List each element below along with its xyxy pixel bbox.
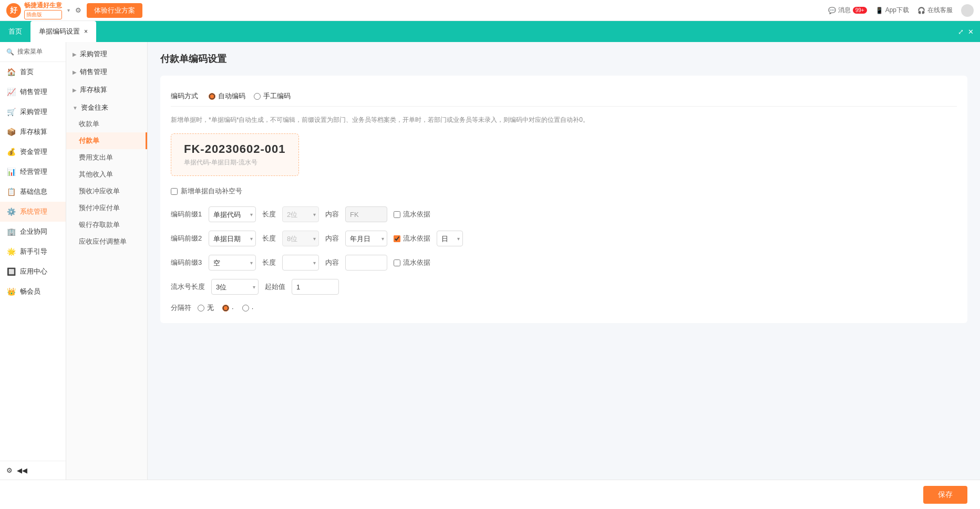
- content3-input[interactable]: [345, 255, 387, 271]
- settings-icon[interactable]: ⚙: [75, 6, 81, 14]
- waterflow3-check[interactable]: 流水依据: [394, 258, 430, 267]
- appstore-icon: 🔲: [6, 267, 16, 276]
- sep-none-option[interactable]: 无: [198, 303, 214, 313]
- waterflow2-check[interactable]: 流水依据: [394, 234, 430, 243]
- prefix3-select-wrapper: 空: [209, 255, 256, 271]
- prefix1-select[interactable]: 单据代码: [209, 206, 256, 222]
- auto-fill-label[interactable]: 新增单据自动补空号: [181, 186, 242, 196]
- waterflow1-checkbox[interactable]: [394, 211, 400, 218]
- sep-dot2-radio[interactable]: [242, 305, 249, 311]
- nav-item-enterprise[interactable]: 🏢 企业协同: [0, 222, 66, 242]
- nav-item-appstore[interactable]: 🔲 应用中心: [0, 262, 66, 282]
- auto-encode-option[interactable]: 自动编码: [209, 91, 245, 101]
- sidebar-leaf-receipt[interactable]: 收款单: [66, 116, 147, 132]
- trial-button[interactable]: 体验行业方案: [87, 3, 142, 18]
- app-download-area[interactable]: 📱 App下载: [875, 6, 909, 15]
- sidebar-group-purchase: ▶ 采购管理: [66, 46, 147, 62]
- tab-home[interactable]: 首页: [0, 21, 30, 42]
- date-unit-select-wrapper: 日 月 年: [437, 231, 463, 246]
- nav-item-member[interactable]: 👑 畅会员: [0, 282, 66, 302]
- prefix2-select-wrapper: 单据日期: [209, 231, 256, 246]
- encode-mode-radio-group: 自动编码 手工编码: [209, 91, 291, 101]
- separator-label: 分隔符: [171, 303, 191, 313]
- prefix2-select[interactable]: 单据日期: [209, 231, 256, 246]
- tab-expand-icon[interactable]: ⤢: [958, 28, 964, 36]
- tab-close-all-icon[interactable]: ✕: [968, 28, 974, 36]
- prefix3-select[interactable]: 空: [209, 255, 256, 271]
- settings-bottom-icon[interactable]: ⚙: [6, 466, 13, 474]
- sidebar-leaf-prepay-receivable[interactable]: 预收冲应收单: [66, 183, 147, 200]
- nav-item-system[interactable]: ⚙️ 系统管理: [0, 202, 66, 222]
- nav-item-purchase[interactable]: 🛒 采购管理: [0, 102, 66, 122]
- manual-encode-option[interactable]: 手工编码: [254, 91, 291, 101]
- nav-item-inventory[interactable]: 📦 库存核算: [0, 122, 66, 142]
- top-bar-left: 好 畅捷通好生意 插曲版 ▾ ⚙ 体验行业方案: [6, 1, 142, 19]
- main-card: 编码方式 自动编码 手工编码 新增单据时，*单据编码*自动生成，不可编辑，前缀设…: [160, 76, 967, 323]
- nav-item-finance[interactable]: 💰 资金管理: [0, 142, 66, 162]
- purchase-icon: 🛒: [6, 107, 16, 117]
- length1-select[interactable]: 2位: [282, 206, 319, 222]
- waterflow3-checkbox[interactable]: [394, 259, 400, 266]
- auto-encode-radio[interactable]: [209, 93, 215, 100]
- length3-select[interactable]: [282, 255, 319, 271]
- arrow-icon: ▼: [73, 105, 78, 111]
- waterflow1-check[interactable]: 流水依据: [394, 210, 430, 219]
- sidebar-leaf-payment[interactable]: 付款单: [66, 132, 147, 149]
- collapse-nav-icon[interactable]: ◀◀: [17, 466, 27, 474]
- serial-length-select[interactable]: 3位 4位 5位: [211, 279, 259, 295]
- start-value-input[interactable]: [292, 279, 339, 295]
- waterflow2-checkbox[interactable]: [394, 235, 400, 242]
- length1-select-wrapper: 2位: [282, 206, 319, 222]
- tab-encode-settings[interactable]: 单据编码设置 ×: [30, 21, 96, 42]
- content3-label: 内容: [325, 258, 339, 267]
- nav-item-base[interactable]: 📋 基础信息: [0, 182, 66, 202]
- prefix1-select-wrapper: 单据代码: [209, 206, 256, 222]
- member-icon: 👑: [6, 287, 16, 296]
- search-menu[interactable]: 🔍 搜索菜单: [0, 42, 66, 62]
- sidebar-leaf-adjust[interactable]: 应收应付调整单: [66, 233, 147, 250]
- sep-dot2-option[interactable]: ·: [242, 304, 254, 312]
- headset-icon: 🎧: [917, 7, 925, 14]
- date-unit-select[interactable]: 日 月 年: [437, 231, 463, 246]
- page-title: 付款单编码设置: [160, 53, 967, 65]
- nav-item-operations[interactable]: 📊 经营管理: [0, 162, 66, 182]
- sidebar-leaf-bank[interactable]: 银行存取款单: [66, 216, 147, 233]
- online-service-area[interactable]: 🎧 在线客服: [917, 6, 953, 15]
- sidebar-group-inventory-header[interactable]: ▶ 库存核算: [66, 82, 147, 98]
- sidebar-leaf-expense[interactable]: 费用支出单: [66, 149, 147, 166]
- search-icon: 🔍: [6, 48, 14, 56]
- save-button[interactable]: 保存: [923, 486, 967, 504]
- sep-dot-option[interactable]: ·: [222, 304, 234, 312]
- nav-item-sales[interactable]: 📈 销售管理: [0, 82, 66, 102]
- nav-item-guide[interactable]: 🌟 新手引导: [0, 242, 66, 262]
- arrow-icon: ▶: [73, 87, 77, 93]
- user-area[interactable]: [961, 4, 974, 17]
- main-layout: 🔍 搜索菜单 🏠 首页 📈 销售管理 🛒 采购管理 📦 库存核算 💰 资金管理 …: [0, 42, 980, 480]
- sidebar-group-finance-header[interactable]: ▼ 资金往来: [66, 100, 147, 116]
- dropdown-arrow-icon[interactable]: ▾: [67, 7, 70, 13]
- sidebar-group-sales-header[interactable]: ▶ 销售管理: [66, 64, 147, 80]
- top-bar: 好 畅捷通好生意 插曲版 ▾ ⚙ 体验行业方案 💬 消息 99+ 📱 App下载…: [0, 0, 980, 21]
- sidebar-leaf-prepay-payable[interactable]: 预付冲应付单: [66, 200, 147, 216]
- second-sidebar: ▶ 采购管理 ▶ 销售管理 ▶ 库存核算 ▼ 资金往来 收款单 付款单 费用支出…: [66, 42, 148, 480]
- message-area[interactable]: 💬 消息 99+: [828, 6, 867, 15]
- tab-bar: 首页 单据编码设置 × ⤢ ✕: [0, 21, 980, 42]
- length2-select[interactable]: 8位: [282, 231, 319, 246]
- manual-encode-radio[interactable]: [254, 93, 261, 100]
- content2-label: 内容: [325, 234, 339, 243]
- sep-dot-radio[interactable]: [222, 305, 229, 311]
- length3-label: 长度: [262, 258, 276, 267]
- nav-item-home[interactable]: 🏠 首页: [0, 62, 66, 82]
- tab-close-button[interactable]: ×: [84, 28, 88, 35]
- sidebar-leaf-other-income[interactable]: 其他收入单: [66, 166, 147, 183]
- sidebar-group-purchase-header[interactable]: ▶ 采购管理: [66, 46, 147, 62]
- encode-mode-row: 编码方式 自动编码 手工编码: [171, 86, 957, 107]
- left-nav: 🔍 搜索菜单 🏠 首页 📈 销售管理 🛒 采购管理 📦 库存核算 💰 资金管理 …: [0, 42, 66, 480]
- serial-row: 流水号长度 3位 4位 5位 起始值: [171, 279, 957, 295]
- code-preview-box: FK-20230602-001 单据代码-单据日期-流水号: [171, 133, 299, 176]
- auto-fill-checkbox[interactable]: [171, 188, 178, 195]
- prefix3-label: 编码前缀3: [171, 258, 202, 267]
- arrow-icon: ▶: [73, 51, 77, 57]
- sep-none-radio[interactable]: [198, 305, 204, 311]
- content2-select[interactable]: 年月日: [345, 231, 387, 246]
